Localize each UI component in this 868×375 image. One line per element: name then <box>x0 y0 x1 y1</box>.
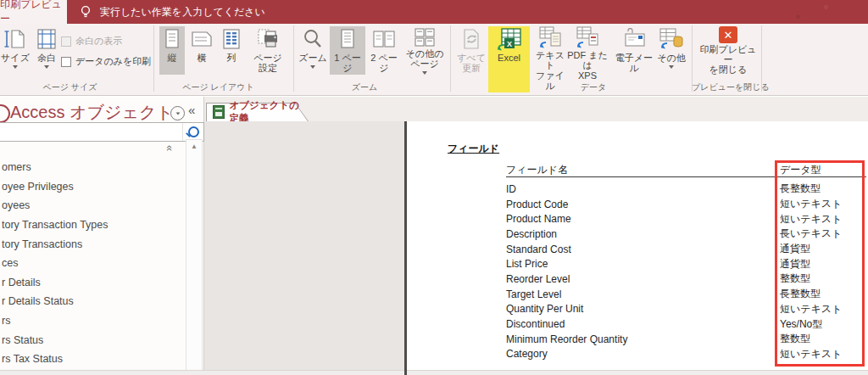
nav-object-list: omers oyee Privileges oyees tory Transac… <box>2 158 180 369</box>
landscape-icon <box>191 26 213 52</box>
tell-me-label: 実行したい作業を入力してください <box>100 5 265 20</box>
title-bar: 印刷プレビュー 実行したい作業を入力してください <box>0 0 868 24</box>
more-export-icon <box>659 26 684 52</box>
list-item[interactable]: rs Tax Status <box>2 350 180 369</box>
group-label-close-preview: プレビューを閉じる <box>692 81 765 93</box>
page-left-edge <box>404 121 407 375</box>
field-row: Reorder Level整数型 <box>506 271 842 287</box>
dropdown-caret-icon <box>669 65 674 69</box>
field-row: Standard Cost通貨型 <box>506 242 842 257</box>
group-separator <box>153 25 154 92</box>
pdf-xps-icon <box>576 26 599 49</box>
collapse-group-icon[interactable]: « <box>164 145 176 151</box>
group-separator <box>293 25 294 92</box>
export-excel-button[interactable]: X Excel <box>488 26 530 92</box>
svg-text:X: X <box>506 39 511 48</box>
nav-scrollbar[interactable]: ▲ <box>186 139 203 373</box>
list-item[interactable]: ces <box>2 254 180 273</box>
more-pages-icon <box>414 26 436 48</box>
close-preview-icon: ✕ <box>719 26 737 43</box>
list-item[interactable]: tory Transaction Types <box>2 215 180 235</box>
margins-button[interactable]: 余白 <box>32 26 61 75</box>
group-label-page-size: ページ サイズ <box>17 81 123 93</box>
ribbon: サイズ 余白 余白の表示 データのみを印刷 ページ サイ <box>0 24 868 96</box>
dropdown-caret-icon <box>422 71 427 75</box>
list-item[interactable]: omers <box>2 158 180 177</box>
dropdown-caret-icon <box>44 65 49 69</box>
two-pages-icon <box>372 26 396 52</box>
field-row: Category短いテキスト <box>506 347 842 362</box>
field-row: Target Level長整数型 <box>506 287 842 302</box>
preview-page[interactable]: フィールド フィールド名 データ型 ID長整数型 Product Code短いテ… <box>407 121 868 370</box>
tell-me-box[interactable]: 実行したい作業を入力してください <box>71 0 274 24</box>
group-label-data: データ <box>559 81 627 93</box>
scroll-up-icon[interactable]: ▲ <box>186 140 202 150</box>
refresh-all-button: すべて 更新 <box>456 26 487 75</box>
two-pages-button[interactable]: 2 ページ <box>367 26 401 75</box>
more-pages-button[interactable]: その他の ページ <box>403 26 447 75</box>
page-setup-button[interactable]: ページ 設定 <box>248 26 287 75</box>
one-page-icon <box>339 26 356 52</box>
field-row: List Price通貨型 <box>506 256 842 271</box>
field-row: ID長整数型 <box>506 182 842 197</box>
refresh-all-icon <box>461 26 481 52</box>
one-page-button[interactable]: 1 ページ <box>330 26 365 75</box>
checkbox-icon <box>61 57 71 67</box>
text-file-icon <box>538 26 562 49</box>
export-more-button[interactable]: その他 <box>656 26 687 75</box>
field-table: ID長整数型 Product Code短いテキスト Product Name短い… <box>506 182 842 361</box>
export-email-button[interactable]: 電子メール <box>614 26 654 75</box>
field-row: Description長いテキスト <box>506 227 842 242</box>
field-row: Minimum Reorder Quantity整数型 <box>506 332 842 347</box>
size-button[interactable]: サイズ <box>0 26 31 75</box>
nav-search-box <box>0 122 204 142</box>
list-item[interactable]: rs Status <box>2 330 180 350</box>
dropdown-caret-icon <box>310 65 315 69</box>
group-label-zoom: ズーム <box>326 81 403 93</box>
search-input[interactable] <box>0 123 182 141</box>
excel-icon: X <box>497 26 522 52</box>
print-data-only-checkbox[interactable]: データのみを印刷 <box>61 55 151 68</box>
shutter-close-icon[interactable]: « <box>188 103 195 117</box>
lightbulb-icon <box>80 5 92 19</box>
list-item[interactable]: oyees <box>2 196 180 215</box>
margins-icon <box>36 26 57 52</box>
dropdown-caret-icon <box>13 65 18 69</box>
group-separator <box>450 25 451 92</box>
column-header-data-type: データ型 <box>780 163 821 177</box>
document-tab-bar: オブジェクトの定義 <box>204 97 868 121</box>
field-row: Product Code短いテキスト <box>506 197 842 212</box>
page-size-icon <box>4 26 26 52</box>
navigation-pane: Access オブジェクト « « ▲ omers oyee Privilege… <box>0 97 204 370</box>
section-heading: フィールド <box>448 142 499 156</box>
show-margins-checkbox: 余白の表示 <box>61 35 122 48</box>
portrait-button[interactable]: 縦 <box>159 26 185 75</box>
list-item[interactable]: r Details Status <box>2 292 180 311</box>
nav-pane-title: Access オブジェクト <box>10 101 174 124</box>
clipped-glyph <box>0 104 10 123</box>
email-icon <box>621 26 647 52</box>
list-item[interactable]: rs <box>2 311 180 331</box>
list-item[interactable]: tory Transactions <box>2 234 180 254</box>
list-item[interactable]: oyee Privileges <box>2 177 180 197</box>
zoom-button[interactable]: ズーム <box>297 26 329 75</box>
group-label-page-layout: ページ レイアウト <box>165 81 271 93</box>
nav-pane-menu-button[interactable] <box>170 106 185 120</box>
search-icon <box>188 126 199 137</box>
field-row: Quantity Per Unit短いテキスト <box>506 302 842 317</box>
tab-object-definition[interactable]: オブジェクトの定義 <box>206 103 309 121</box>
landscape-button[interactable]: 横 <box>189 26 214 75</box>
field-row: Product Name短いテキスト <box>506 211 842 227</box>
close-print-preview-button[interactable]: ✕ 印刷プレビュー を閉じる <box>697 26 760 75</box>
columns-button[interactable]: 列 <box>219 26 244 75</box>
dropdown-caret-icon <box>175 112 180 115</box>
export-pdf-xps-button[interactable]: PDF または XPS <box>563 26 612 75</box>
tab-print-preview[interactable]: 印刷プレビュー <box>0 0 67 24</box>
list-item[interactable]: r Details <box>2 273 180 293</box>
checkbox-icon <box>61 36 71 47</box>
table-header-row: フィールド名 データ型 <box>506 163 866 177</box>
search-button[interactable] <box>182 123 203 141</box>
access-print-preview-window: 印刷プレビュー 実行したい作業を入力してください <box>0 0 868 375</box>
bottom-strip <box>0 370 868 375</box>
columns-icon <box>222 26 241 52</box>
